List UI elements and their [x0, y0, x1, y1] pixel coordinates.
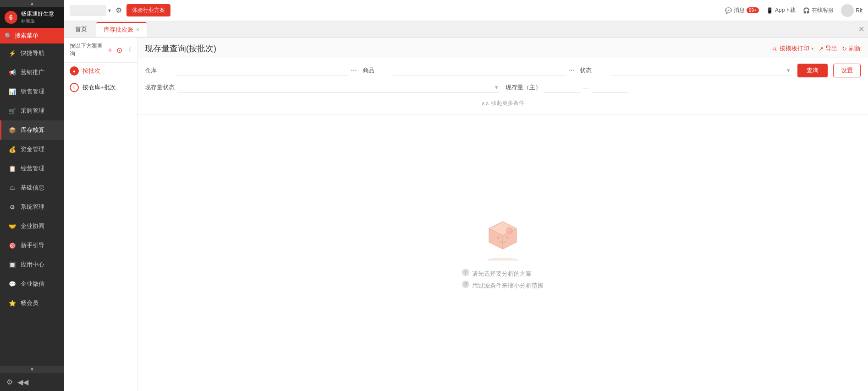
stock-qty-filter: 现存量（主） —: [505, 82, 861, 93]
sidebar-item-quick-nav[interactable]: ⚡ 快捷导航: [0, 43, 64, 63]
filter-row-2: 现存量状态 ▾ 现存量（主） —: [145, 82, 861, 93]
sidebar-item-apps[interactable]: 🔲 应用中心: [0, 255, 64, 274]
main-area: ▾ ⚙ 体验行业方案 💬 消息 99+ 📱 App下载 🎧 在线客服 Rit: [64, 0, 868, 391]
print-dropdown-icon[interactable]: ▾: [811, 46, 814, 52]
sidebar-item-system[interactable]: ⚙ 系统管理: [0, 197, 64, 217]
sidebar-item-label: 资金管理: [21, 145, 44, 153]
refresh-btn[interactable]: ↻ 刷新: [842, 44, 861, 53]
collab-icon: 🤝: [8, 222, 17, 231]
sidebar-item-marketing[interactable]: 📢 营销推广: [0, 63, 64, 82]
sidebar-item-label: 企业微信: [21, 280, 44, 288]
empty-illustration: !: [475, 215, 530, 261]
topbar-dropdown-icon[interactable]: ▾: [108, 7, 111, 14]
tab-home[interactable]: 首页: [68, 22, 94, 36]
app-download-btn[interactable]: 📱 App下载: [766, 6, 796, 14]
app-download-icon: 📱: [766, 7, 773, 14]
system-icon: ⚙: [8, 202, 17, 212]
topbar-search-box[interactable]: [70, 5, 106, 16]
finance-icon: 💰: [8, 145, 17, 154]
stock-status-select[interactable]: [177, 82, 500, 92]
sidebar-item-label: 基础信息: [21, 184, 44, 192]
tab-more-icon[interactable]: ✕: [858, 25, 864, 33]
search-icon: 🔍: [5, 33, 12, 39]
query-btn[interactable]: 查询: [797, 64, 828, 77]
print-template-btn[interactable]: 🖨 按模板打印 ▾: [772, 44, 814, 53]
app-title-area: 畅康通好生意 标准版: [21, 11, 54, 24]
export-btn[interactable]: ↗ 导出: [819, 44, 837, 53]
stock-qty-min-input[interactable]: [544, 82, 581, 93]
collapse-up-icon: ∧∧: [481, 100, 489, 107]
search-menu-item[interactable]: 🔍 搜索菜单: [0, 28, 64, 43]
collapse-panel-icon[interactable]: 《: [125, 46, 132, 54]
warehouse-more-icon[interactable]: ···: [351, 66, 357, 75]
tabbar: 首页 库存批次账 × ✕: [64, 21, 868, 38]
sidebar-item-label: 企业协同: [21, 222, 44, 230]
tab-close-icon[interactable]: ×: [136, 27, 139, 33]
empty-box-svg: !: [475, 215, 530, 261]
apps-icon: 🔲: [8, 260, 17, 269]
warehouse-filter-label: 仓库: [145, 66, 172, 75]
sidebar-item-wechat[interactable]: 💬 企业微信: [0, 274, 64, 293]
purchase-icon: 🛒: [8, 106, 17, 115]
guide-icon: 🎯: [8, 241, 17, 250]
topbar-search-area: ▾: [70, 5, 111, 16]
sidebar-item-finance[interactable]: 💰 资金管理: [0, 140, 64, 159]
collapse-more-label: 收起更多条件: [491, 99, 524, 107]
wechat-icon: 💬: [8, 279, 17, 288]
hint-text-1: 请先选择要分析的方案: [472, 268, 532, 280]
sidebar-item-ops[interactable]: 📋 经营管理: [0, 159, 64, 178]
online-service-btn[interactable]: 🎧 在线客服: [803, 6, 834, 14]
sidebar-scroll-up[interactable]: ▲: [0, 0, 64, 7]
export-label: 导出: [825, 44, 837, 53]
search-menu-label: 搜索菜单: [15, 32, 38, 40]
sidebar-item-sales[interactable]: 📊 销售管理: [0, 82, 64, 101]
message-label: 消息: [734, 6, 745, 14]
topbar: ▾ ⚙ 体验行业方案 💬 消息 99+ 📱 App下载 🎧 在线客服 Rit: [64, 0, 868, 21]
sidebar-scroll-down[interactable]: ▼: [0, 366, 64, 373]
sidebar-item-label: 快捷导航: [21, 49, 44, 57]
status-filter-label: 状态: [580, 66, 607, 75]
scheme-warehouse-batch[interactable]: ○ 按仓库+批次: [64, 79, 137, 96]
collapse-sidebar-icon[interactable]: ◀◀: [17, 378, 28, 386]
user-area[interactable]: Rit: [841, 4, 863, 17]
message-btn[interactable]: 💬 消息 99+: [725, 6, 759, 14]
sidebar-item-base[interactable]: 🗂 基础信息: [0, 178, 64, 197]
stock-status-select-wrapper: ▾: [177, 82, 500, 93]
warehouse-filter: 仓库 ···: [145, 65, 357, 76]
sidebar-item-label: 营销推广: [21, 68, 44, 76]
status-filter: 状态 ▾: [580, 65, 792, 76]
settings-footer-icon[interactable]: ⚙: [6, 378, 13, 386]
scheme-batch[interactable]: ● 按批次: [64, 63, 137, 79]
right-panel: 现存量查询(按批次) 🖨 按模板打印 ▾ ↗ 导出 ↻ 刷新: [137, 38, 868, 391]
sidebar-item-guide[interactable]: 🎯 新手引导: [0, 236, 64, 255]
warehouse-input[interactable]: [175, 65, 348, 76]
online-service-label: 在线客服: [812, 6, 834, 14]
collapse-more-btn[interactable]: ∧∧ 收起更多条件: [145, 98, 861, 109]
sidebar-item-label: 系统管理: [21, 203, 44, 211]
product-input[interactable]: [393, 65, 566, 76]
svg-text:!: !: [508, 228, 510, 234]
message-icon: 💬: [725, 7, 732, 14]
stock-qty-max-input[interactable]: [592, 82, 629, 93]
sidebar-item-member[interactable]: ⭐ 畅会员: [0, 293, 64, 313]
product-more-icon[interactable]: ···: [568, 66, 574, 75]
sidebar-item-collab[interactable]: 🤝 企业协同: [0, 217, 64, 236]
add-scheme-icon[interactable]: ＋: [106, 45, 114, 55]
settings-btn[interactable]: 设置: [833, 64, 861, 77]
stock-qty-dash: —: [583, 84, 589, 91]
app-download-label: App下载: [775, 6, 796, 14]
sidebar-item-purchase[interactable]: 🛒 采购管理: [0, 101, 64, 120]
sidebar-item-inventory[interactable]: 📦 库存核算: [0, 120, 64, 140]
topbar-gear-icon[interactable]: ⚙: [115, 6, 122, 15]
user-avatar: [841, 4, 854, 17]
page-title: 现存量查询(按批次): [145, 43, 216, 54]
trial-btn[interactable]: 体验行业方案: [126, 4, 170, 16]
manage-scheme-icon[interactable]: ⊙: [116, 46, 122, 54]
status-select[interactable]: [610, 65, 792, 76]
filter-row-1: 仓库 ··· 商品 ··· 状态: [145, 64, 861, 77]
sidebar-item-label: 畅会员: [21, 299, 38, 307]
tab-inventory-batch[interactable]: 库存批次账 ×: [96, 22, 147, 37]
left-panel: 按以下方案查询 ＋ ⊙ 《 ● 按批次 ○ 按仓库+批次: [64, 38, 137, 391]
inventory-icon: 📦: [8, 125, 17, 135]
sidebar-item-label: 销售管理: [21, 87, 44, 96]
